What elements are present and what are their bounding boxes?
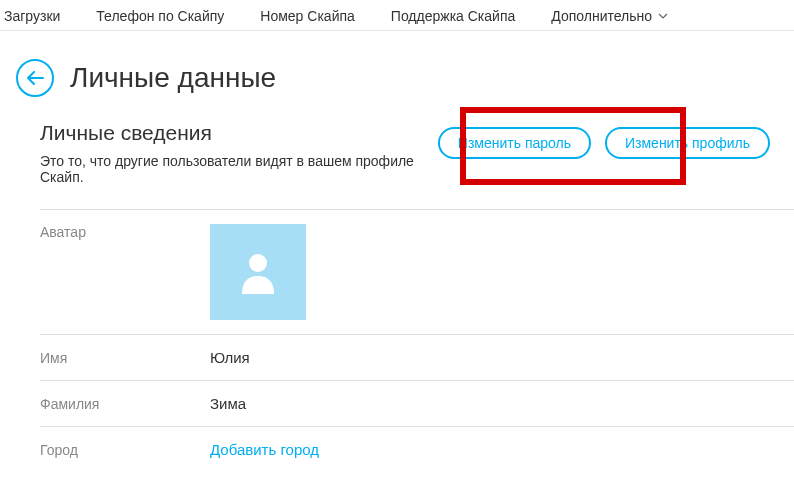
page-header: Личные данные [0,31,794,121]
field-name: Имя Юлия [40,335,794,381]
nav-item-skype-number[interactable]: Номер Скайпа [260,8,355,24]
edit-profile-button[interactable]: Изменить профиль [605,127,770,159]
nav-item-more[interactable]: Дополнительно [551,8,668,24]
section-title: Личные сведения [40,121,438,145]
add-city-link[interactable]: Добавить город [210,441,319,458]
nav-item-more-label: Дополнительно [551,8,652,24]
avatar[interactable] [210,224,306,320]
arrow-left-icon [26,71,44,85]
svg-point-0 [249,254,267,272]
section-actions: Изменить пароль Изменить профиль [438,127,770,159]
section-description: Это то, что другие пользователи видят в … [40,153,438,185]
person-icon [238,250,278,294]
section-header: Личные сведения Это то, что другие польз… [40,121,794,209]
personal-info-section: Личные сведения Это то, что другие польз… [0,121,794,472]
field-name-value: Юлия [210,349,250,366]
field-surname-value: Зима [210,395,246,412]
field-city-label: Город [40,442,210,458]
field-name-label: Имя [40,350,210,366]
top-nav: Загрузки Телефон по Скайпу Номер Скайпа … [0,0,794,31]
page-title: Личные данные [70,62,276,94]
field-avatar: Аватар [40,209,794,335]
nav-item-skype-phone[interactable]: Телефон по Скайпу [96,8,224,24]
nav-item-support[interactable]: Поддержка Скайпа [391,8,515,24]
field-avatar-label: Аватар [40,224,210,240]
chevron-down-icon [658,13,668,19]
change-password-button[interactable]: Изменить пароль [438,127,591,159]
field-city: Город Добавить город [40,427,794,472]
field-surname-label: Фамилия [40,396,210,412]
back-button[interactable] [16,59,54,97]
nav-item-downloads[interactable]: Загрузки [4,8,60,24]
field-surname: Фамилия Зима [40,381,794,427]
